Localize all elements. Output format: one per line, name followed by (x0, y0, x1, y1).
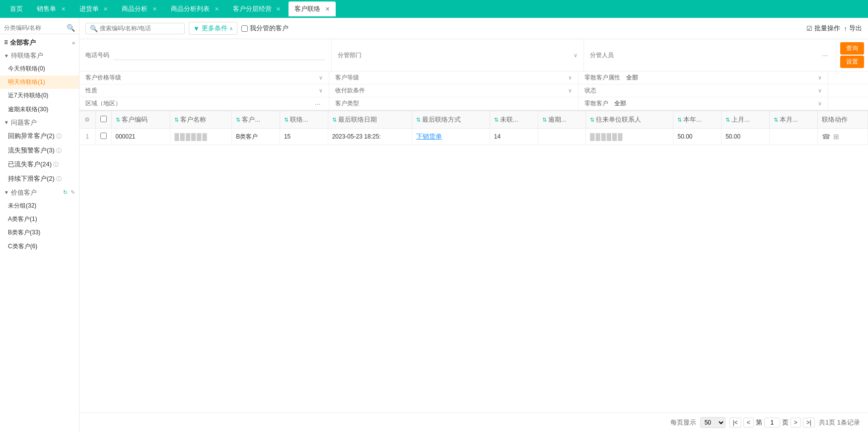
sidebar-pending-group[interactable]: ▼ 待联络客户 (0, 49, 79, 62)
td-unit-contact: ██████ (586, 129, 673, 145)
td-this-month (769, 129, 817, 145)
prev-page-btn[interactable]: < (743, 418, 754, 428)
sidebar-item-type-a[interactable]: A类客户(1) (0, 213, 79, 226)
filter-payment-chevron: ∨ (568, 87, 572, 94)
th-check-all[interactable] (100, 116, 107, 122)
th-name-sort-icon: ⇅ (174, 117, 179, 123)
sidebar-value-refresh-icon[interactable]: ↻ (63, 189, 68, 196)
td-last-contact-method: 下销货单 (412, 129, 490, 145)
first-page-btn[interactable]: |< (729, 418, 741, 428)
my-customers-checkbox[interactable] (241, 25, 248, 32)
th-this-year: ⇅ 本年... (673, 111, 722, 129)
nav-analysis-list[interactable]: 商品分析列表 ✕ (165, 1, 225, 16)
search-input[interactable] (100, 25, 180, 32)
action-grid-icon[interactable]: ⊞ (833, 133, 839, 141)
sidebar-item-type-c[interactable]: C类客户(6) (0, 240, 79, 253)
close-analysis-list-icon[interactable]: ✕ (215, 6, 219, 12)
th-no-contact: ⇅ 未联... (490, 111, 538, 129)
sidebar-item-lost[interactable]: 已流失客户(24) ⓘ (0, 157, 79, 172)
toolbar-right: ☑ 批量操作 ↑ 导出 (806, 24, 863, 33)
filter-region: 区域（地区） ··· (79, 97, 329, 110)
table-wrapper: ⚙ ⇅ 客户编码 ⇅ 客户名称 (79, 111, 868, 413)
sidebar-item-warning[interactable]: 流失预警客户(3) ⓘ (0, 144, 79, 158)
nav-sales[interactable]: 销售单 ✕ (31, 1, 72, 16)
td-last-month: 50.00 (722, 129, 770, 145)
action-phone-icon[interactable]: ☎ (822, 133, 830, 141)
close-purchase-icon[interactable]: ✕ (103, 6, 108, 12)
nav-customer-contact[interactable]: 客户联络 ✕ (289, 1, 336, 16)
pagination-nav: |< < 第 页 > >| (729, 418, 815, 428)
row-checkbox[interactable] (100, 133, 107, 139)
filter-manager-ellipsis[interactable]: ··· (820, 51, 830, 59)
close-analysis-icon[interactable]: ✕ (152, 6, 157, 12)
unit-contact-masked: ██████ (590, 133, 623, 141)
td-row-num: 1 (79, 129, 95, 145)
action-icons-group: ☎ ⊞ (822, 133, 864, 141)
sidebar-value-group[interactable]: ▼ 价值客户 ↻ ✎ (0, 186, 79, 199)
th-customer-code: ⇅ 客户编码 (111, 111, 170, 129)
set-btn[interactable]: 设置 (840, 56, 864, 68)
sidebar-pending-arrow-icon: ▼ (4, 53, 9, 59)
filter-region-ellipsis[interactable]: ··· (313, 100, 323, 108)
sidebar-item-type-b[interactable]: B类客户(33) (0, 226, 79, 239)
th-type-sort-icon: ⇅ (236, 117, 240, 123)
main-layout: 🔍 ⠿ 全部客户 « ▼ 待联络客户 今天待联络(0) 明天待联络(1) 近7天… (0, 18, 868, 432)
sidebar-item-today[interactable]: 今天待联络(0) (0, 62, 79, 75)
nav-customer-tier[interactable]: 客户分层经营 ✕ (227, 1, 287, 16)
close-customer-tier-icon[interactable]: ✕ (276, 6, 281, 12)
td-overdue (538, 129, 586, 145)
sidebar-search-input[interactable] (4, 24, 67, 31)
export-btn[interactable]: ↑ 导出 (844, 24, 863, 33)
th-customer-type: ⇅ 客户... (232, 111, 280, 129)
query-btn[interactable]: 查询 (840, 42, 864, 55)
nav-analysis[interactable]: 商品分析 ✕ (116, 1, 163, 16)
sidebar-item-ungrouped[interactable]: 未分组(32) (0, 199, 79, 213)
filter-status-chevron: ∨ (818, 87, 822, 94)
nav-purchase[interactable]: 进货单 ✕ (73, 1, 114, 16)
filter-scatter-attr-chevron: ∨ (818, 74, 822, 81)
filter-customer-grade: 客户等级 ∨ (329, 72, 579, 84)
page-number-input[interactable] (764, 418, 780, 428)
sidebar-item-tomorrow[interactable]: 明天待联络(1) (0, 75, 79, 89)
sidebar-item-abnormal[interactable]: 回购异常客户(2) ⓘ (0, 129, 79, 144)
close-sales-icon[interactable]: ✕ (61, 6, 66, 12)
filter-dept-select[interactable]: ∨ (365, 52, 578, 59)
my-customers-check[interactable]: 我分管的客户 (241, 24, 289, 33)
next-page-btn[interactable]: > (791, 418, 801, 428)
th-checkbox[interactable] (95, 111, 111, 129)
filter-nature: 性质 ∨ (79, 84, 329, 97)
per-page-select[interactable]: 50 20 100 200 (700, 417, 725, 428)
customer-name-masked: ██████ (174, 133, 208, 141)
close-customer-contact-icon[interactable]: ✕ (325, 6, 330, 12)
sidebar-item-7days[interactable]: 近7天待联络(0) (0, 89, 79, 102)
sidebar-problem-group[interactable]: ▼ 问题客户 (0, 116, 79, 129)
filter-customer-type: 客户类型 (329, 97, 579, 110)
th-settings[interactable]: ⚙ (79, 111, 95, 129)
filter-customer-grade-chevron: ∨ (568, 74, 572, 81)
sidebar-dots-icon: ⠿ (4, 40, 8, 46)
th-method-sort-icon: ⇅ (416, 117, 421, 123)
sidebar-all-customers[interactable]: ⠿ 全部客户 « (0, 36, 79, 49)
search-box: 🔍 (85, 23, 185, 34)
batch-ops-btn[interactable]: ☑ 批量操作 (806, 24, 840, 33)
last-page-btn[interactable]: >| (803, 418, 815, 428)
filter-status: 状态 ∨ (579, 84, 828, 97)
filter-phone: 电话号码 (79, 39, 332, 71)
td-last-contact-date: 2023-05-23 18:25: (328, 129, 412, 145)
sidebar-value-edit-icon[interactable]: ✎ (71, 189, 75, 196)
sidebar-item-overdue[interactable]: 逾期未联络(30) (0, 103, 79, 116)
th-last-month-sort-icon: ⇅ (725, 117, 730, 123)
more-conditions-btn[interactable]: ▼ 更多条件 ∧ (189, 22, 237, 35)
nav-home[interactable]: 首页 (4, 1, 29, 16)
th-overdue-sort-icon: ⇅ (542, 117, 547, 123)
th-this-month: ⇅ 本月... (769, 111, 817, 129)
content-area: 🔍 ▼ 更多条件 ∧ 我分管的客户 ☑ 批量操作 ↑ 导出 (79, 18, 868, 432)
th-last-month: ⇅ 上月... (722, 111, 770, 129)
sidebar-item-declining[interactable]: 持续下滑客户(2) ⓘ (0, 172, 79, 186)
contact-method-link[interactable]: 下销货单 (416, 133, 442, 140)
filter-phone-input[interactable] (113, 51, 325, 60)
th-contact-sort-icon: ⇅ (284, 117, 289, 123)
filter-price-grade: 客户价格等级 ∨ (79, 72, 329, 84)
td-checkbox[interactable] (95, 129, 111, 145)
sidebar-search-icon: 🔍 (67, 24, 75, 32)
